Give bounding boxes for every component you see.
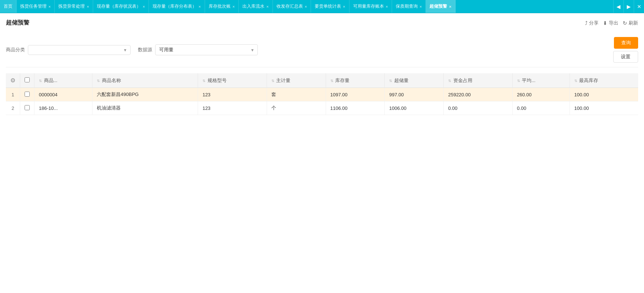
nav-task-mgmt[interactable]: 拣货任务管理 ×	[17, 0, 55, 13]
refresh-button[interactable]: ↻ 刷新	[623, 20, 638, 26]
close-tab-9[interactable]: ×	[386, 4, 388, 9]
th-settings: ⚙	[6, 73, 20, 88]
cell-spec: 123	[198, 88, 267, 101]
close-tab-5[interactable]: ×	[233, 4, 235, 9]
sort-icon-max[interactable]: ⇅	[574, 79, 577, 83]
export-button[interactable]: ⬇ 导出	[603, 20, 618, 26]
category-filter: 商品分类 ▾	[6, 45, 131, 55]
nav-arrow-left[interactable]: ◀	[613, 0, 623, 13]
th-product-name: ⇅ 商品名称	[92, 73, 198, 88]
nav-overstock[interactable]: 超储预警 ×	[426, 0, 455, 13]
nav-arrow-right[interactable]: ▶	[623, 0, 634, 13]
th-spec: ⇅ 规格型号	[198, 73, 267, 88]
datasource-select[interactable]: 可用量 ▾	[155, 44, 258, 55]
datasource-label: 数据源	[138, 47, 152, 53]
cell-product-name: 机油滤清器	[92, 101, 198, 115]
query-button[interactable]: 查询	[614, 37, 638, 49]
page-title: 超储预警	[6, 19, 29, 27]
nav-close-all[interactable]: ✕	[634, 0, 644, 13]
cell-overstock: 1006.00	[385, 101, 444, 115]
cell-capital: 0.00	[443, 101, 512, 115]
th-checkbox	[20, 73, 34, 88]
category-select[interactable]: ▾	[28, 45, 131, 55]
cell-product-code: 0000004	[34, 88, 92, 101]
cell-unit: 套	[267, 88, 326, 101]
cell-product-name: 六配套新昌490BPG	[92, 88, 198, 101]
sort-icon-avg[interactable]: ⇅	[517, 79, 520, 83]
nav-batch-account[interactable]: 库存批次账 ×	[205, 0, 239, 13]
th-product-code: ⇅ 商品...	[34, 73, 92, 88]
row-checkbox-cell	[20, 88, 34, 101]
overstock-table: ⚙ ⇅ 商品... ⇅ 商品名称 ⇅ 规格型号 ⇅	[6, 73, 638, 115]
table-row: 2 186-10... 机油滤清器 123 个 1106.00 1006.00 …	[6, 101, 638, 115]
export-icon: ⬇	[603, 20, 607, 26]
datasource-arrow-icon: ▾	[251, 47, 254, 53]
th-stock: ⇅ 库存量	[326, 73, 385, 88]
close-tab-8[interactable]: ×	[343, 4, 345, 9]
th-unit: ⇅ 主计量	[267, 73, 326, 88]
cell-spec: 123	[198, 101, 267, 115]
cell-avg: 260.00	[512, 88, 570, 101]
nav-stock-dist[interactable]: 现存量（库存分布表） ×	[149, 0, 205, 13]
close-tab-6[interactable]: ×	[266, 4, 268, 9]
filter-buttons: 查询 设置	[613, 37, 638, 63]
sort-icon-name[interactable]: ⇅	[97, 79, 100, 83]
table-header-row: ⚙ ⇅ 商品... ⇅ 商品名称 ⇅ 规格型号 ⇅	[6, 73, 638, 88]
page-actions: ⤴ 分享 ⬇ 导出 ↻ 刷新	[585, 20, 638, 26]
share-icon: ⤴	[585, 20, 588, 26]
refresh-icon: ↻	[623, 20, 627, 26]
sort-icon-code[interactable]: ⇅	[39, 79, 42, 83]
datasource-filter: 数据源 可用量 ▾	[138, 44, 258, 55]
cell-unit: 个	[267, 101, 326, 115]
row-checkbox[interactable]	[25, 92, 30, 97]
select-all-checkbox[interactable]	[25, 77, 30, 82]
th-capital: ⇅ 资金占用	[443, 73, 512, 88]
table-row: 1 0000004 六配套新昌490BPG 123 套 1097.00 997.…	[6, 88, 638, 101]
close-tab-7[interactable]: ×	[305, 4, 307, 9]
datasource-value: 可用量	[159, 47, 173, 53]
cell-max-stock: 100.00	[570, 88, 638, 101]
close-tab-3[interactable]: ×	[143, 4, 145, 9]
nav-available-stock[interactable]: 可用量库存账本 ×	[350, 0, 392, 13]
settings-button[interactable]: 设置	[613, 51, 638, 63]
category-label: 商品分类	[6, 47, 25, 53]
sort-icon-stock[interactable]: ⇅	[330, 79, 333, 83]
cell-stock: 1106.00	[326, 101, 385, 115]
row-checkbox-cell	[20, 101, 34, 115]
cell-stock: 1097.00	[326, 88, 385, 101]
row-checkbox[interactable]	[25, 105, 30, 110]
row-num: 1	[6, 88, 20, 101]
th-avg: ⇅ 平均...	[512, 73, 570, 88]
close-tab-1[interactable]: ×	[48, 4, 51, 9]
share-button[interactable]: ⤴ 分享	[585, 20, 599, 26]
cell-capital: 259220.00	[443, 88, 512, 101]
sort-icon-unit[interactable]: ⇅	[271, 79, 274, 83]
close-tab-11[interactable]: ×	[449, 4, 451, 9]
sort-icon-spec[interactable]: ⇅	[202, 79, 205, 83]
close-tab-2[interactable]: ×	[87, 4, 89, 9]
nav-flow[interactable]: 出入库流水 ×	[239, 0, 272, 13]
close-tab-10[interactable]: ×	[420, 4, 422, 9]
filter-row: 商品分类 ▾ 数据源 可用量 ▾ 查询 设置	[6, 33, 638, 67]
nav-stock-status[interactable]: 现存量（库存状况表） ×	[93, 0, 149, 13]
th-overstock: ⇅ 超储量	[385, 73, 444, 88]
sort-icon-overstock[interactable]: ⇅	[389, 79, 392, 83]
nav-exception[interactable]: 拣货异常处理 ×	[55, 0, 93, 13]
nav-req-stats[interactable]: 要货单统计表 ×	[311, 0, 349, 13]
close-tab-4[interactable]: ×	[198, 4, 201, 9]
row-num: 2	[6, 101, 20, 115]
cell-avg: 0.00	[512, 101, 570, 115]
category-arrow-icon: ▾	[124, 47, 127, 53]
cell-overstock: 997.00	[385, 88, 444, 101]
th-max-stock: ⇅ 最高库存	[570, 73, 638, 88]
nav-summary[interactable]: 收发存汇总表 ×	[273, 0, 311, 13]
nav-home[interactable]: 首页	[0, 0, 17, 13]
page-header: 超储预警 ⤴ 分享 ⬇ 导出 ↻ 刷新	[6, 19, 638, 27]
page-content: 超储预警 ⤴ 分享 ⬇ 导出 ↻ 刷新 商品分类 ▾ 数据源	[0, 13, 644, 293]
gear-icon[interactable]: ⚙	[10, 77, 15, 84]
sort-icon-capital[interactable]: ⇅	[448, 79, 451, 83]
top-navigation: 首页 拣货任务管理 × 拣货异常处理 × 现存量（库存状况表） × 现存量（库存…	[0, 0, 644, 13]
nav-expiry[interactable]: 保质期查询 ×	[392, 0, 426, 13]
cell-product-code: 186-10...	[34, 101, 92, 115]
nav-arrows: ◀ ▶ ✕	[613, 0, 644, 13]
